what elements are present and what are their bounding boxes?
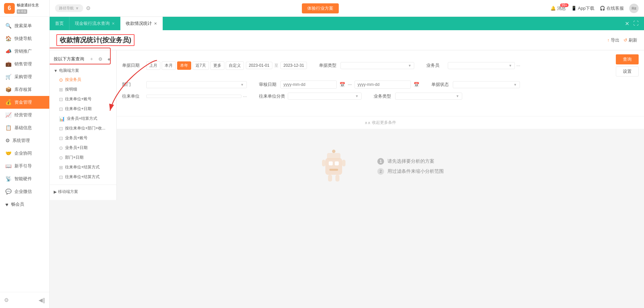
sidebar-item-label: 快捷导航 — [14, 36, 32, 42]
sidebar-item-quick-nav[interactable]: 🏠 快捷导航 — [0, 32, 49, 45]
collapse-more-bar[interactable]: ∧∧ 收起更多条件 — [117, 116, 644, 129]
scheme-add-btn[interactable]: ＋ — [88, 56, 95, 62]
scheme-collapse-btn[interactable]: « — [106, 56, 112, 62]
export-btn[interactable]: ↑ 导出 — [607, 37, 620, 43]
date-btn-more[interactable]: 更多 — [210, 61, 224, 70]
voucher-type-select[interactable]: ▼ — [340, 62, 414, 69]
dept-select[interactable]: ▼ — [146, 81, 247, 88]
scheme-item-by-detail[interactable]: ⊞ 按明细 — [50, 85, 116, 94]
tab-close-all-btn[interactable]: ✕ — [625, 20, 629, 27]
sidebar-item-smart-hw[interactable]: 📡 智能硬件 — [0, 172, 49, 185]
tab-bank-flow-close[interactable]: ✕ — [112, 21, 115, 26]
scheme-item-label: 业务员+结算方式 — [67, 116, 97, 121]
sidebar-item-sales[interactable]: 💼 销售管理 — [0, 58, 49, 70]
scheme-item-salesman-account[interactable]: ⊡ 业务员+账号 — [50, 133, 116, 143]
sales-icon: 💼 — [5, 61, 12, 67]
sidebar-item-wechat[interactable]: 💬 企业微信 — [0, 185, 49, 198]
sidebar-item-operations[interactable]: 📈 经营管理 — [0, 109, 49, 121]
query-btn[interactable]: 查询 — [616, 54, 639, 64]
voucher-status-select[interactable]: ▼ — [453, 81, 520, 88]
scheme-item-counterpart-settlement1[interactable]: ⊞ 往来单位+结算方式 — [50, 162, 116, 172]
sidebar-item-enterprise[interactable]: 🤝 企业协同 — [0, 147, 49, 160]
sidebar-item-inventory[interactable]: 📦 库存核算 — [0, 83, 49, 96]
scheme-item-counterpart-account[interactable]: ⊡ 往来单位+账号 — [50, 94, 116, 104]
quick-nav-icon: 🏠 — [5, 36, 12, 42]
scheme-item-salesman-settlement[interactable]: 📊 业务员+结算方式 — [50, 114, 116, 123]
scheme-item-label: 部门+日期 — [65, 155, 84, 160]
counterpart-type-select[interactable]: ▼ — [288, 93, 362, 100]
refresh-label: 刷新 — [629, 37, 637, 43]
messages-btn[interactable]: 🔔 消息 99+ — [550, 5, 566, 11]
export-icon: ↑ — [607, 38, 610, 43]
scheme-item-salesman-date[interactable]: ⊙ 业务员+日期 — [50, 143, 116, 153]
user-area[interactable]: Rit — [629, 4, 639, 13]
sidebar-item-basic-info[interactable]: 📋 基础信息 — [0, 121, 49, 134]
pc-section-title[interactable]: ▼ 电脑端方案 — [50, 66, 116, 75]
review-date-from-input[interactable] — [280, 81, 337, 89]
download-icon: 📱 — [571, 6, 577, 11]
form-row-3: 往来单位 ··· 往来单位分类 ▼ — [122, 93, 639, 100]
tab-expand-btn[interactable]: ⛶ — [633, 20, 639, 27]
date-btn-this-year[interactable]: 本年 — [177, 61, 191, 70]
counterpart-input-group: ··· — [146, 94, 247, 99]
date-btn-this-month[interactable]: 本月 — [162, 61, 176, 70]
app-download-btn[interactable]: 📱 App下载 — [571, 5, 594, 11]
salesman-more-btn[interactable]: ··· — [516, 63, 520, 68]
scheme-item-counterpart-date[interactable]: ⊡ 往来单位+日期 — [50, 104, 116, 114]
refresh-btn[interactable]: ↺ 刷新 — [624, 37, 637, 43]
sidebar-item-finance[interactable]: 💰 资金管理 — [0, 96, 49, 109]
hint-text-1: 请先选择要分析的方案 — [387, 158, 434, 164]
sidebar-item-guide[interactable]: 📖 新手引导 — [0, 160, 49, 172]
sidebar-item-label: 畅会员 — [11, 201, 24, 207]
app-name: 畅捷通好生意 — [17, 3, 39, 7]
calendar-from-icon[interactable]: 📅 — [339, 82, 345, 87]
date-btn-7days[interactable]: 近7天 — [193, 61, 209, 70]
logo-area: 6 畅捷通好生意 标准版 — [0, 0, 49, 17]
scheme-item-counterpart-settlement2[interactable]: ⊡ 往来单位+结算方式 — [50, 172, 116, 182]
scheme-item-label: 往来单位+结算方式 — [65, 174, 100, 180]
scheme-item-by-salesman[interactable]: ⊙ 按业务员 — [50, 75, 116, 85]
counterpart-select[interactable] — [146, 95, 241, 98]
settings-footer-btn[interactable]: ⚙ — [4, 297, 9, 303]
calendar-to-icon[interactable]: 📅 — [414, 82, 419, 87]
sidebar-item-search-menu[interactable]: 🔍 搜索菜单 — [0, 19, 49, 32]
pc-section-label: 电脑端方案 — [59, 68, 79, 73]
page-title: 收款情况统计(按业务员) — [56, 34, 135, 46]
smart-hw-icon: 📡 — [5, 176, 12, 182]
collapse-sidebar-btn[interactable]: ◀‖ — [39, 297, 45, 303]
scheme-header-title: 按以下方案查询 — [54, 56, 84, 62]
tab-bank-flow[interactable]: 现金银行流水查询 ✕ — [69, 17, 120, 30]
settings-icon-header[interactable]: ⚙ — [86, 5, 91, 11]
logo-icon: 6 — [4, 3, 15, 14]
salesman-input-group: ▼ ··· — [448, 62, 520, 69]
trial-btn[interactable]: 体验行业方案 — [302, 3, 339, 13]
sidebar-item-purchase[interactable]: 🛒 采购管理 — [0, 70, 49, 83]
date-btn-last-month[interactable]: 上月 — [146, 61, 160, 70]
scheme-item-counterpart-dept-recv[interactable]: ⊡ 按往来单位+部门+收... — [50, 123, 116, 133]
messages-badge: 99+ — [560, 3, 569, 7]
salesman-account-icon: ⊡ — [59, 136, 63, 141]
scheme-item-dept-date[interactable]: ⊙ 部门+日期 — [50, 153, 116, 162]
sidebar-item-marketing[interactable]: 📣 营销推广 — [0, 45, 49, 58]
review-date-to-input[interactable] — [355, 81, 411, 89]
date-to[interactable]: 2023-12-31 — [280, 62, 307, 69]
mobile-section-title[interactable]: ▶ 移动端方案 — [50, 188, 116, 196]
salesman-select[interactable]: ▼ — [448, 62, 515, 69]
online-service-btn[interactable]: 🎧 在线客服 — [600, 5, 624, 11]
biz-type-select[interactable]: ▼ — [395, 93, 462, 100]
content-area: 收款情况统计(按业务员) ↑ 导出 ↺ 刷新 按 — [50, 30, 644, 308]
date-from[interactable]: 2023-01-01 — [246, 62, 272, 69]
scheme-settings-btn[interactable]: ⚙ — [97, 56, 104, 62]
sidebar-item-vip[interactable]: ♥ 畅会员 — [0, 198, 49, 211]
inventory-icon: 📦 — [5, 87, 12, 93]
counterpart-more-btn[interactable]: ··· — [243, 94, 247, 99]
breadcrumb-arrow: ▼ — [75, 6, 79, 11]
date-btn-custom[interactable]: 自定义 — [226, 61, 244, 70]
tab-receipts-stat-close[interactable]: ✕ — [154, 21, 157, 26]
form-row-1: 单据日期 上月 本月 本年 近7天 更多 自定义 2023-01-01 — [122, 54, 639, 76]
settings-btn[interactable]: 设置 — [616, 66, 639, 76]
tab-home[interactable]: 首页 — [50, 17, 69, 30]
sidebar-item-system[interactable]: ⚙ 系统管理 — [0, 134, 49, 147]
tab-receipts-stat[interactable]: 收款情况统计 ✕ — [120, 17, 163, 30]
sidebar-item-label: 经营管理 — [14, 112, 32, 118]
